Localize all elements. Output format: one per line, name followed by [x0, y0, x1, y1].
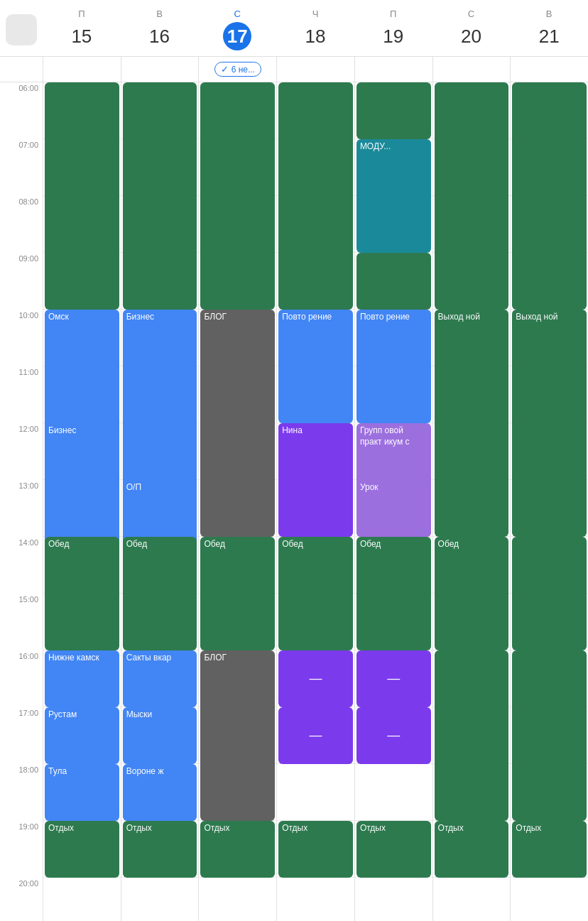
day-column-6: Выход нойОтдых [510, 82, 588, 921]
event-col4-3[interactable]: Повто рение [356, 310, 431, 423]
event-col1-3[interactable]: Обед [123, 537, 197, 650]
day-letter: С [234, 9, 241, 19]
calendar-header: П 15 В 16 С 17 Ч 18 П 19 С 20 В 21 [0, 0, 588, 57]
time-label-1300: 13:00 [0, 480, 43, 537]
event-col4-6[interactable]: Обед [356, 537, 431, 650]
day-column-5: Выход нойОбедОтдых [432, 82, 511, 921]
allday-badge[interactable]: ✓ 6 не... [214, 62, 261, 77]
time-label-1800: 18:00 [0, 764, 43, 821]
time-label-0800: 08:00 [0, 196, 43, 253]
event-col3-5[interactable]: Обед [278, 537, 353, 650]
event-col1-4[interactable]: Сакты вкар [123, 650, 197, 707]
event-col6-0[interactable] [512, 82, 587, 310]
event-col0-6[interactable]: Тула [45, 764, 119, 821]
event-col4-0[interactable] [356, 82, 431, 139]
event-col4-1[interactable]: МОДУ... [356, 139, 431, 253]
allday-cell-18 [276, 57, 354, 82]
time-label-1100: 11:00 [0, 366, 43, 423]
allday-badge-text: 6 не... [232, 65, 255, 75]
hour-line [277, 878, 354, 921]
event-col4-7[interactable]: — [356, 650, 431, 707]
time-label-1500: 15:00 [0, 594, 43, 650]
calendar-grid: 06:0007:0008:0009:0010:0011:0012:0013:00… [0, 82, 588, 921]
day-number: 15 [67, 22, 96, 50]
event-col3-0[interactable] [278, 82, 353, 310]
day-column-2: БЛОГОбедБЛОГОтдых [198, 82, 276, 921]
event-col4-5[interactable]: Урок [356, 480, 431, 537]
event-col1-7[interactable]: Отдых [123, 821, 197, 878]
header-day-21[interactable]: В 21 [510, 6, 588, 53]
event-col4-2[interactable] [356, 253, 431, 310]
event-col3-6[interactable]: — [278, 650, 353, 707]
event-col2-3[interactable]: БЛОГ [200, 650, 275, 821]
header-day-15[interactable]: П 15 [43, 6, 121, 53]
event-col1-0[interactable] [123, 82, 197, 310]
allday-cell-16 [121, 57, 199, 82]
event-col0-5[interactable]: Рустам [45, 707, 119, 764]
event-col3-1[interactable]: Повто рение [278, 310, 353, 423]
hour-line [511, 878, 588, 921]
hour-line [355, 764, 432, 821]
event-col0-0[interactable] [45, 82, 119, 310]
hour-line [355, 878, 432, 921]
event-col6-3[interactable] [512, 650, 587, 821]
header-days-row: П 15 В 16 С 17 Ч 18 П 19 С 20 В 21 [43, 6, 588, 53]
header-day-19[interactable]: П 19 [354, 6, 432, 53]
event-col2-2[interactable]: Обед [200, 537, 275, 650]
event-col6-1[interactable]: Выход ной [512, 310, 587, 537]
day-number: 18 [301, 22, 330, 50]
days-columns: ОмскБизнесОбедНижне камскРустамТулаОтдых… [43, 82, 588, 921]
header-day-20[interactable]: С 20 [432, 6, 511, 53]
event-col4-9[interactable]: Отдых [356, 821, 431, 878]
allday-row: ✓ 6 не... [0, 57, 588, 82]
day-letter: П [78, 9, 85, 19]
event-col4-8[interactable]: — [356, 707, 431, 764]
day-column-3: Повто рение—НинаОляОбед——Отдых [276, 82, 354, 921]
event-col1-6[interactable]: Вороне ж [123, 764, 197, 821]
allday-cell-17: ✓ 6 не... [198, 57, 276, 82]
hour-line [433, 878, 511, 921]
day-column-1: БизнесО/ПОбедСакты вкарМыскиВороне жОтды… [121, 82, 199, 921]
event-col3-3[interactable]: Нина [278, 423, 353, 537]
event-col5-3[interactable] [435, 650, 509, 821]
event-col2-1[interactable]: БЛОГ [200, 310, 275, 537]
time-label-0900: 09:00 [0, 253, 43, 310]
hour-line [199, 878, 276, 921]
hour-line [43, 878, 121, 921]
time-gutter: 06:0007:0008:0009:0010:0011:0012:0013:00… [0, 82, 43, 921]
header-day-18[interactable]: Ч 18 [276, 6, 354, 53]
today-indicator [0, 14, 43, 45]
day-column-4: МОДУ...Повто рениеГрупп овой практ икум … [354, 82, 432, 921]
day-number: 21 [535, 22, 563, 50]
time-label-1700: 17:00 [0, 707, 43, 764]
event-col0-3[interactable]: Обед [45, 537, 119, 650]
event-col5-0[interactable] [435, 82, 509, 310]
day-column-0: ОмскБизнесОбедНижне камскРустамТулаОтдых [43, 82, 121, 921]
time-label-1600: 16:00 [0, 650, 43, 707]
header-day-17[interactable]: С 17 [198, 6, 276, 53]
day-letter: В [156, 9, 163, 19]
event-col2-0[interactable] [200, 82, 275, 310]
event-col5-4[interactable]: Отдых [435, 821, 509, 878]
event-col6-2[interactable] [512, 537, 587, 650]
check-circle-icon: ✓ [221, 64, 229, 75]
event-col3-8[interactable]: Отдых [278, 821, 353, 878]
day-letter: С [468, 9, 474, 19]
event-col5-2[interactable]: Обед [435, 537, 509, 650]
event-col3-7[interactable]: — [278, 707, 353, 764]
event-col6-4[interactable]: Отдых [512, 821, 587, 878]
allday-cell-21 [510, 57, 588, 82]
time-label-1000: 10:00 [0, 310, 43, 366]
header-day-16[interactable]: В 16 [121, 6, 199, 53]
event-col0-7[interactable]: Отдых [45, 821, 119, 878]
day-letter: П [390, 9, 396, 19]
event-col2-4[interactable]: Отдых [200, 821, 275, 878]
event-col0-4[interactable]: Нижне камск [45, 650, 119, 707]
allday-cell-19 [354, 57, 432, 82]
today-number [6, 14, 37, 45]
allday-gutter [0, 57, 43, 82]
day-number: 19 [379, 22, 408, 50]
event-col5-1[interactable]: Выход ной [435, 310, 509, 537]
event-col1-5[interactable]: Мыски [123, 707, 197, 764]
time-label-2000: 20:00 [0, 878, 43, 921]
